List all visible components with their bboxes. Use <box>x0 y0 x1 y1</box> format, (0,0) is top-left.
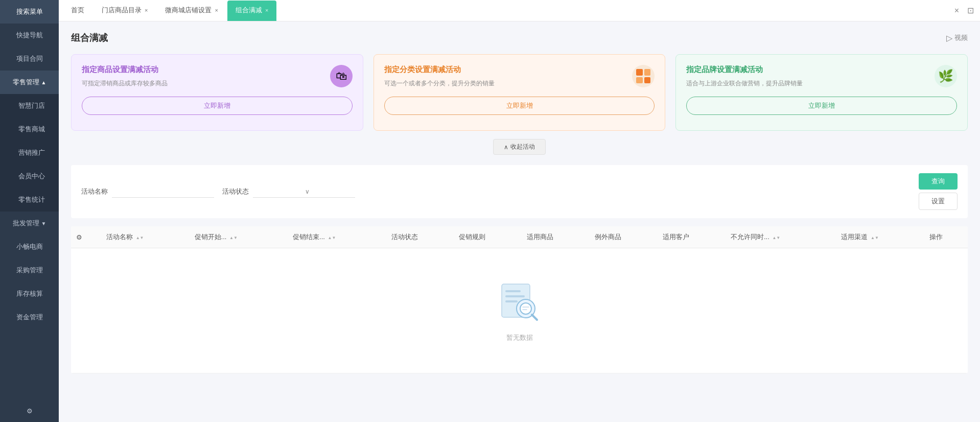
sidebar-item-wholesale-mgmt[interactable]: 批发管理 ▼ <box>0 212 59 235</box>
promo-card-brand-title: 指定品牌设置满减活动 <box>686 65 957 75</box>
retail-mgmt-arrow-icon: ▲ <box>41 80 46 85</box>
activity-status-label: 活动状态 <box>222 187 249 196</box>
svg-rect-1 <box>505 290 521 292</box>
table-body: 暂无数据 <box>71 248 968 373</box>
sidebar-item-project-contract[interactable]: 项目合同 <box>0 47 59 71</box>
bag-icon: 🛍 <box>336 69 347 83</box>
video-link[interactable]: ▷ 视频 <box>946 33 968 43</box>
col-promo-end[interactable]: 促销结束... ▲▼ <box>288 226 386 248</box>
promo-cards: 🛍 指定商品设置满减活动 可指定滞销商品或库存较多商品 立即新增 指定分类设置满… <box>71 54 968 131</box>
tab-wechat-store[interactable]: 微商城店铺设置 × <box>157 1 226 21</box>
tab-combo-discount[interactable]: 组合满减 × <box>227 1 276 21</box>
promo-card-category-title: 指定分类设置满减活动 <box>384 65 655 75</box>
col-no-concurrent[interactable]: 不允许同时... ▲▼ <box>726 226 836 248</box>
promo-card-product-icon: 🛍 <box>330 65 353 87</box>
col-applicable-customers: 适用客户 <box>658 226 726 248</box>
tab-bar: 首页 门店商品目录 × 微商城店铺设置 × 组合满减 × × ⊡ <box>59 0 980 21</box>
sort-icon-end: ▲▼ <box>328 236 336 240</box>
promo-card-product-add-btn[interactable]: 立即新增 <box>82 97 353 115</box>
tab-wechat-store-close[interactable]: × <box>215 7 218 13</box>
sidebar-item-retail-stats[interactable]: 零售统计 <box>0 188 59 212</box>
data-table-container: ⚙ 活动名称 ▲▼ 促销开始... ▲▼ 促销结束... ▲▼ <box>71 226 968 373</box>
col-activity-name[interactable]: 活动名称 ▲▼ <box>101 226 190 248</box>
svg-rect-2 <box>505 295 525 297</box>
promo-card-by-brand: 🌿 指定品牌设置满减活动 适合与上游企业联合做营销，提升品牌销量 立即新增 <box>675 54 968 131</box>
svg-rect-3 <box>505 300 518 302</box>
col-promo-start[interactable]: 促销开始... ▲▼ <box>190 226 288 248</box>
promo-card-by-category: 指定分类设置满减活动 可选一个或者多个分类，提升分类的销量 立即新增 <box>374 54 666 131</box>
promo-card-product-desc: 可指定滞销商品或库存较多商品 <box>82 79 353 88</box>
wholesale-mgmt-arrow-icon: ▼ <box>41 221 46 226</box>
tab-store-catalog-close[interactable]: × <box>145 7 148 13</box>
table-header: ⚙ 活动名称 ▲▼ 促销开始... ▲▼ 促销结束... ▲▼ <box>71 226 968 248</box>
search-actions: 查询 设置 <box>919 173 958 210</box>
window-maximize-btn[interactable]: ⊡ <box>965 4 976 17</box>
gear-icon: ⚙ <box>27 407 33 415</box>
sort-icon: ▲▼ <box>136 236 144 240</box>
promo-card-brand-desc: 适合与上游企业联合做营销，提升品牌销量 <box>686 79 957 88</box>
sidebar-item-marketing[interactable]: 营销推广 <box>0 141 59 165</box>
activity-name-field: 活动名称 <box>81 185 214 198</box>
col-applicable-goods: 适用商品 <box>522 226 590 248</box>
collapse-bar: ∧ 收起活动 <box>71 139 968 155</box>
col-promo-rules: 促销规则 <box>454 226 522 248</box>
promo-card-category-desc: 可选一个或者多个分类，提升分类的销量 <box>384 79 655 88</box>
promo-card-by-product: 🛍 指定商品设置满减活动 可指定滞销商品或库存较多商品 立即新增 <box>71 54 363 131</box>
promo-card-category-add-btn[interactable]: 立即新增 <box>384 97 655 115</box>
page-header: 组合满减 ▷ 视频 <box>71 32 968 44</box>
promo-card-brand-icon: 🌿 <box>935 65 957 87</box>
promo-card-brand-add-btn[interactable]: 立即新增 <box>686 97 957 115</box>
col-activity-status: 活动状态 <box>386 226 454 248</box>
sort-icon-channel: ▲▼ <box>871 236 879 240</box>
page-content: 组合满减 ▷ 视频 🛍 指定商品设置满减活动 可指定滞销商品或库存较多商品 立即… <box>59 21 980 422</box>
page-title: 组合满减 <box>71 32 108 44</box>
sidebar-item-quick-nav[interactable]: 快捷导航 <box>0 24 59 47</box>
activity-status-field: 活动状态 ∨ <box>222 186 355 198</box>
sidebar-settings-btn[interactable]: ⚙ <box>0 400 59 422</box>
col-applicable-channel[interactable]: 适用渠道 ▲▼ <box>836 226 924 248</box>
empty-icon <box>494 279 545 325</box>
sidebar-item-retail-mall[interactable]: 零售商城 <box>0 118 59 141</box>
collapse-activity-btn[interactable]: ∧ 收起活动 <box>493 139 546 155</box>
sort-icon-concurrent: ▲▼ <box>772 236 780 240</box>
window-controls: × ⊡ <box>952 4 976 17</box>
play-circle-icon: ▷ <box>946 33 952 43</box>
collapse-icon: ∧ <box>504 144 508 151</box>
leaf-icon: 🌿 <box>938 69 953 83</box>
sidebar-item-xiaochang[interactable]: 小畅电商 <box>0 235 59 259</box>
activity-name-input[interactable] <box>112 185 214 198</box>
promo-card-product-title: 指定商品设置满减活动 <box>82 65 353 75</box>
col-settings[interactable]: ⚙ <box>71 226 101 248</box>
tab-home[interactable]: 首页 <box>63 1 92 21</box>
empty-text: 暂无数据 <box>506 333 533 342</box>
tab-combo-discount-close[interactable]: × <box>265 7 268 13</box>
activity-status-select[interactable]: ∨ <box>253 186 355 198</box>
settings-icon: ⚙ <box>76 233 82 241</box>
sidebar-item-retail-mgmt[interactable]: 零售管理 ▲ <box>0 71 59 94</box>
sidebar-item-smart-store[interactable]: 智慧门店 <box>0 94 59 118</box>
data-table: ⚙ 活动名称 ▲▼ 促销开始... ▲▼ 促销结束... ▲▼ <box>71 226 968 373</box>
sidebar-item-finance[interactable]: 资金管理 <box>0 306 59 329</box>
sort-icon-start: ▲▼ <box>229 236 238 240</box>
window-close-btn[interactable]: × <box>952 4 961 17</box>
main-area: 首页 门店商品目录 × 微商城店铺设置 × 组合满减 × × ⊡ 组合满减 ▷ … <box>59 0 980 422</box>
chevron-down-icon: ∨ <box>305 188 351 195</box>
sidebar-item-search-menu[interactable]: 搜索菜单 <box>0 0 59 24</box>
empty-state: 暂无数据 <box>71 248 968 373</box>
col-excluded-goods: 例外商品 <box>590 226 658 248</box>
tab-store-catalog[interactable]: 门店商品目录 × <box>94 1 156 21</box>
sidebar-item-purchase-mgmt[interactable]: 采购管理 <box>0 259 59 282</box>
settings-btn[interactable]: 设置 <box>919 193 958 210</box>
query-btn[interactable]: 查询 <box>919 173 958 190</box>
grid-icon <box>636 69 650 83</box>
svg-line-6 <box>532 315 537 320</box>
sidebar-item-inventory[interactable]: 库存核算 <box>0 282 59 306</box>
sidebar: 搜索菜单 快捷导航 项目合同 零售管理 ▲ 智慧门店 零售商城 营销推广 会员中… <box>0 0 59 422</box>
svg-point-5 <box>520 303 531 314</box>
sidebar-item-member-center[interactable]: 会员中心 <box>0 165 59 188</box>
activity-name-label: 活动名称 <box>81 187 108 196</box>
search-bar: 活动名称 活动状态 ∨ 查询 设置 <box>71 165 968 218</box>
col-operations: 操作 <box>924 226 968 248</box>
